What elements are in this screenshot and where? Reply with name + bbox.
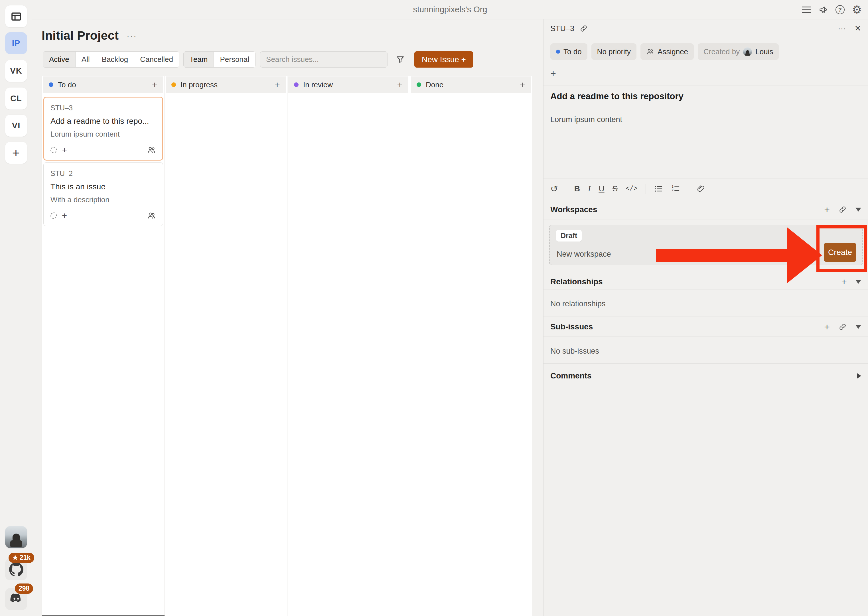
project-more-icon[interactable]: ···: [127, 31, 137, 41]
numbered-list-icon[interactable]: 1 2: [671, 184, 680, 193]
workspace-tile-ip[interactable]: IP: [5, 32, 27, 54]
strikethrough-button[interactable]: S: [612, 185, 618, 193]
tab-all[interactable]: All: [75, 52, 96, 67]
settings-gear-icon[interactable]: ⚙: [852, 4, 862, 15]
issue-attribute-badges: To do No priority Assignee Created by Lo…: [550, 43, 861, 60]
issue-card-stu-2[interactable]: STU–2 This is an issue With a descriptio…: [43, 162, 163, 226]
user-avatar[interactable]: [5, 526, 27, 548]
copy-link-icon[interactable]: [579, 24, 588, 33]
github-stars-count: 21k: [20, 554, 30, 562]
issue-id: STU–3: [50, 104, 156, 112]
search-input[interactable]: [260, 51, 388, 68]
column-label: Done: [426, 80, 443, 89]
subissues-section-header: Sub-issues +: [550, 318, 861, 336]
add-attribute-button[interactable]: +: [550, 68, 861, 78]
undo-icon[interactable]: ↺: [550, 184, 558, 193]
creator-avatar: [743, 47, 752, 56]
code-button[interactable]: </>: [626, 185, 637, 192]
status-badge[interactable]: To do: [550, 43, 587, 60]
svg-text:2: 2: [672, 189, 673, 192]
issue-title: Add a readme to this repo...: [50, 117, 156, 126]
tab-active[interactable]: Active: [43, 52, 75, 67]
people-icon: [646, 48, 654, 56]
add-issue-in-progress-button[interactable]: +: [274, 79, 280, 90]
collapse-subissues-icon[interactable]: [855, 325, 861, 329]
panel-close-icon[interactable]: ✕: [855, 25, 861, 33]
link-subissue-icon[interactable]: [838, 322, 847, 331]
panel-more-icon[interactable]: ···: [838, 25, 846, 33]
issue-title: This is an issue: [50, 182, 156, 191]
priority-icon[interactable]: [50, 212, 57, 219]
add-subissue-icon[interactable]: +: [824, 322, 830, 332]
issue-description: Lorum ipsum content: [50, 130, 156, 138]
new-issue-button[interactable]: New Issue +: [414, 51, 473, 68]
svg-text:1: 1: [672, 185, 673, 188]
issue-id: STU–2: [50, 170, 156, 178]
collapse-relationships-icon[interactable]: [855, 280, 861, 284]
filter-funnel-icon[interactable]: [396, 55, 405, 64]
issue-panel: STU–3 ··· ✕ To do No priority: [543, 19, 868, 616]
underline-button[interactable]: U: [598, 185, 604, 193]
scope-tabs: Team Personal: [184, 51, 256, 68]
dashboard-icon-button[interactable]: [5, 5, 27, 27]
panel-header: STU–3 ··· ✕: [550, 19, 861, 38]
todo-column-cards: STU–3 Add a readme to this repo... Lorum…: [43, 97, 163, 226]
status-dot-in-progress: [171, 82, 176, 87]
status-dot-todo: [49, 82, 53, 87]
tab-backlog[interactable]: Backlog: [96, 52, 134, 67]
add-issue-todo-button[interactable]: +: [152, 79, 157, 90]
discord-member-count: 298: [19, 585, 29, 592]
top-bar: stunningpixels's Org ? ⚙: [32, 0, 868, 19]
status-dot-done: [417, 82, 421, 87]
announcements-icon[interactable]: [818, 5, 828, 14]
link-workspace-icon[interactable]: [838, 205, 847, 214]
collapse-workspaces-icon[interactable]: [855, 207, 861, 212]
create-workspace-button[interactable]: Create: [824, 243, 856, 262]
add-relationship-icon[interactable]: +: [841, 277, 847, 287]
discord-icon: [9, 593, 24, 605]
column-header-done: Done +: [411, 76, 531, 93]
issue-title[interactable]: Add a readme to this repository: [550, 91, 861, 102]
issue-filter-tabs: Active All Backlog Cancelled: [43, 51, 179, 68]
layout-icon: [10, 11, 22, 22]
comments-section-header: Comments: [550, 365, 861, 387]
italic-button[interactable]: I: [588, 185, 590, 193]
bold-button[interactable]: B: [574, 185, 580, 193]
column-label: In progress: [181, 80, 218, 89]
workspace-tile-vi[interactable]: VI: [5, 115, 27, 137]
draft-workspace-name[interactable]: New workspace: [557, 250, 611, 259]
workspace-tile-cl[interactable]: CL: [5, 88, 27, 110]
issue-card-stu-3[interactable]: STU–3 Add a readme to this repo... Lorum…: [43, 97, 163, 160]
issue-description: With a description: [50, 195, 156, 204]
expand-comments-icon[interactable]: [857, 373, 861, 379]
tab-team[interactable]: Team: [184, 52, 214, 67]
assignee-badge[interactable]: Assignee: [640, 43, 694, 60]
github-stars-badge: ★ 21k: [9, 553, 34, 563]
relationships-empty-text: No relationships: [550, 299, 861, 308]
add-label-button[interactable]: +: [62, 211, 67, 220]
created-by-badge[interactable]: Created by Louis: [698, 43, 779, 60]
assignee-icon[interactable]: [147, 211, 156, 220]
priority-icon[interactable]: [50, 147, 57, 153]
priority-badge[interactable]: No priority: [592, 43, 636, 60]
issue-description-text[interactable]: Lorum ipsum content: [550, 115, 861, 124]
menu-icon[interactable]: [802, 6, 811, 13]
help-icon[interactable]: ?: [835, 5, 844, 14]
add-issue-done-button[interactable]: +: [520, 79, 525, 90]
assignee-icon[interactable]: [147, 145, 156, 155]
add-workspace-icon[interactable]: +: [824, 205, 830, 214]
status-dot-in-review: [294, 82, 298, 87]
relationships-section-header: Relationships +: [550, 274, 861, 290]
status-dot: [556, 50, 560, 53]
add-label-button[interactable]: +: [62, 146, 67, 155]
add-issue-in-review-button[interactable]: +: [397, 79, 403, 90]
left-rail: IP VK CL VI + ★ 21k 298: [0, 0, 32, 616]
tab-cancelled[interactable]: Cancelled: [134, 52, 179, 67]
add-workspace-button[interactable]: +: [5, 142, 27, 164]
workspace-tile-vk[interactable]: VK: [5, 60, 27, 82]
bullet-list-icon[interactable]: [654, 184, 663, 193]
attachment-icon[interactable]: [696, 184, 705, 193]
draft-workspace-card: Draft New workspace: [549, 225, 863, 265]
discord-count-badge: 298: [15, 583, 33, 594]
tab-personal[interactable]: Personal: [214, 52, 255, 67]
